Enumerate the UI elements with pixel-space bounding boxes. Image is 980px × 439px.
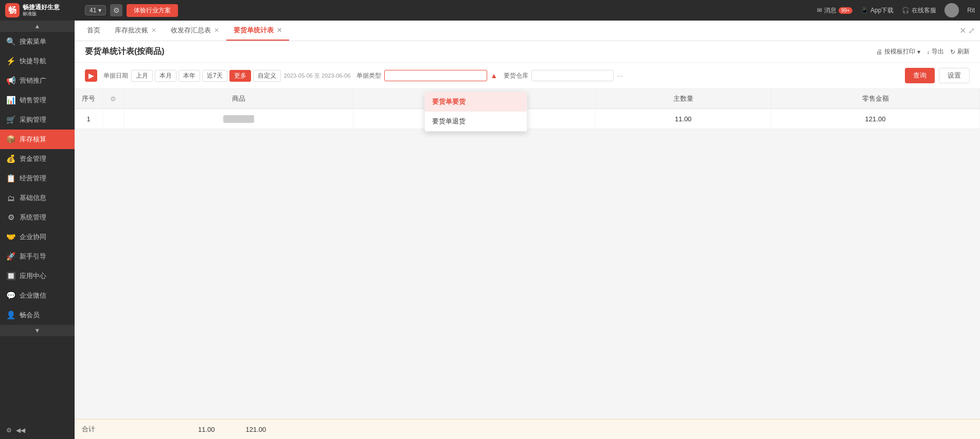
sidebar-item-appstore[interactable]: 🔲 应用中心 (0, 266, 75, 286)
page-actions: 🖨 按模板打印 ▾ ↓ 导出 ↻ 刷新 (876, 47, 970, 56)
sidebar-collapse-icon[interactable]: ◀◀ (16, 427, 25, 434)
export-button[interactable]: ↓ 导出 (926, 47, 944, 56)
settings-icon[interactable]: ⚙ (110, 4, 122, 16)
header-right: ✉ 消息 99+ 📱 App下载 🎧 在线客服 Rit (817, 3, 975, 17)
cell-quantity: 11.00 (596, 109, 771, 129)
sidebar-item-operations[interactable]: 📋 经营管理 (0, 169, 75, 188)
message-button[interactable]: ✉ 消息 99+ (817, 6, 852, 15)
tab-close-all-icon[interactable]: ✕ (959, 26, 966, 35)
finance-icon: 💰 (6, 154, 15, 163)
total-quantity: 11.00 (198, 426, 215, 433)
filter-expand-button[interactable]: ▶ (85, 69, 97, 82)
sidebar-label-wechat: 企业微信 (20, 291, 46, 300)
tab-home[interactable]: 首页 (80, 21, 108, 41)
download-icon: 📱 (861, 7, 868, 14)
tab-order-summary[interactable]: 要货单统计表 ✕ (226, 21, 289, 41)
sidebar-item-membership[interactable]: 👤 畅会员 (0, 305, 75, 325)
sidebar-item-system[interactable]: ⚙ 系统管理 (0, 208, 75, 227)
app-download-label: App下载 (870, 6, 894, 15)
shortcut-icon: ⚡ (6, 57, 15, 66)
filter-bar: ▶ 单据日期 上月 本月 本年 近7天 更多 自定义 2023-05-06 至 … (75, 63, 980, 89)
sidebar-settings-icon[interactable]: ⚙ (6, 427, 12, 434)
col-settings[interactable]: ⚙ (103, 89, 124, 109)
date-btn-this-month[interactable]: 本月 (155, 70, 176, 82)
refresh-label: 刷新 (957, 47, 970, 56)
date-btn-more[interactable]: 更多 (229, 70, 251, 82)
date-btn-this-year[interactable]: 本年 (179, 70, 200, 82)
cooperation-icon: 🤝 (6, 232, 15, 242)
sidebar-item-search[interactable]: 🔍 搜索菜单 (0, 32, 75, 51)
logo-icon: 畅 (5, 3, 20, 17)
search-icon: 🔍 (6, 37, 15, 46)
refresh-icon: ↻ (950, 48, 955, 56)
trial-button[interactable]: 体验行业方案 (127, 4, 178, 17)
sidebar-item-wechat[interactable]: 💬 企业微信 (0, 286, 75, 305)
tab-inventory-batch-close[interactable]: ✕ (151, 27, 156, 34)
message-icon: ✉ (817, 7, 822, 14)
date-filter-label: 单据日期 (103, 71, 128, 80)
sales-icon: 📊 (6, 96, 15, 105)
sidebar-label-sales: 销售管理 (20, 96, 46, 105)
query-button[interactable]: 查询 (905, 68, 935, 83)
purchase-icon: 🛒 (6, 115, 15, 124)
sidebar-item-sales[interactable]: 📊 销售管理 (0, 90, 75, 110)
sidebar-item-purchase[interactable]: 🛒 采购管理 (0, 110, 75, 130)
avatar[interactable] (945, 3, 959, 17)
date-btn-last-month[interactable]: 上月 (131, 70, 153, 82)
sidebar-item-basic[interactable]: 🗂 基础信息 (0, 188, 75, 208)
sidebar-label-purchase: 采购管理 (20, 115, 46, 124)
filter-settings-button[interactable]: 设置 (939, 68, 970, 83)
company-name: 41 (90, 7, 96, 14)
online-service-label: 在线客服 (912, 6, 936, 15)
company-selector[interactable]: 41 ▾ (85, 5, 106, 15)
tab-inventory-batch[interactable]: 库存批次账 ✕ (108, 21, 164, 41)
print-dropdown-icon[interactable]: ▾ (917, 48, 920, 56)
sidebar-item-marketing[interactable]: 📢 营销推广 (0, 71, 75, 90)
table-area: 序号 ⚙ 商品 主计量单位 主数量 零售金额 1 (75, 89, 980, 419)
tab-receive-summary-close[interactable]: ✕ (214, 27, 219, 34)
sidebar-label-finance: 资金管理 (20, 154, 46, 163)
date-btn-last-7-days[interactable]: 近7天 (202, 70, 227, 82)
sidebar-scroll-down[interactable]: ▼ (0, 325, 75, 336)
dropdown-item-order-goods[interactable]: 要货单要货 (425, 92, 527, 112)
tab-order-summary-close[interactable]: ✕ (277, 27, 282, 34)
col-amount: 零售金额 (771, 89, 980, 109)
dropdown-item-order-return[interactable]: 要货单退货 (425, 112, 527, 131)
tab-expand-icon[interactable]: ⤢ (968, 26, 975, 35)
sidebar-item-guide[interactable]: 🚀 新手引导 (0, 247, 75, 266)
sidebar-item-shortcut[interactable]: ⚡ 快捷导航 (0, 51, 75, 71)
dropdown-item-order-return-label: 要货单退货 (432, 117, 466, 125)
warehouse-more-icon[interactable]: ··· (617, 71, 623, 80)
app-download-button[interactable]: 📱 App下载 (861, 6, 894, 15)
sidebar-item-inventory[interactable]: 📦 库存核算 (0, 130, 75, 149)
inventory-icon: 📦 (6, 135, 15, 144)
top-header: 畅 畅捷通好生意 标准版 41 ▾ ⚙ 体验行业方案 ✉ 消息 99+ 📱 Ap… (0, 0, 980, 21)
refresh-button[interactable]: ↻ 刷新 (950, 47, 970, 56)
logo-main-text: 畅捷通好生意 (23, 4, 60, 11)
page-content: 要货单统计表(按商品) 🖨 按模板打印 ▾ ↓ 导出 ↻ 刷新 (75, 41, 980, 439)
online-service-button[interactable]: 🎧 在线客服 (902, 6, 936, 15)
print-button[interactable]: 🖨 按模板打印 ▾ (876, 47, 920, 56)
sidebar-label-operations: 经营管理 (20, 174, 46, 183)
tab-inventory-batch-label: 库存批次账 (115, 26, 148, 35)
basic-icon: 🗂 (6, 194, 15, 203)
sidebar-scroll-up[interactable]: ▲ (0, 21, 75, 32)
dropdown-item-order-goods-label: 要货单要货 (432, 98, 466, 105)
cell-gear (103, 109, 124, 129)
logo-sub-text: 标准版 (23, 11, 60, 17)
chevron-down-icon: ▾ (98, 7, 101, 14)
total-values: 11.00 121.00 (198, 426, 266, 433)
date-btn-custom[interactable]: 自定义 (253, 70, 281, 82)
tab-receive-summary[interactable]: 收发存汇总表 ✕ (164, 21, 226, 41)
type-filter-arrow[interactable]: ▲ (490, 71, 497, 80)
main-layout: ▲ 🔍 搜索菜单 ⚡ 快捷导航 📢 营销推广 📊 销售管理 🛒 采购管理 📦 库… (0, 21, 980, 439)
sidebar-item-cooperation[interactable]: 🤝 企业协同 (0, 227, 75, 247)
page-title: 要货单统计表(按商品) (85, 46, 165, 57)
type-filter-input[interactable] (384, 70, 487, 81)
warehouse-filter-input[interactable] (531, 70, 614, 81)
export-label: 导出 (932, 47, 944, 56)
col-quantity: 主数量 (596, 89, 771, 109)
cell-product: ██████ (124, 109, 353, 129)
sidebar-item-finance[interactable]: 💰 资金管理 (0, 149, 75, 169)
table-footer: 合计 11.00 121.00 (75, 419, 980, 439)
